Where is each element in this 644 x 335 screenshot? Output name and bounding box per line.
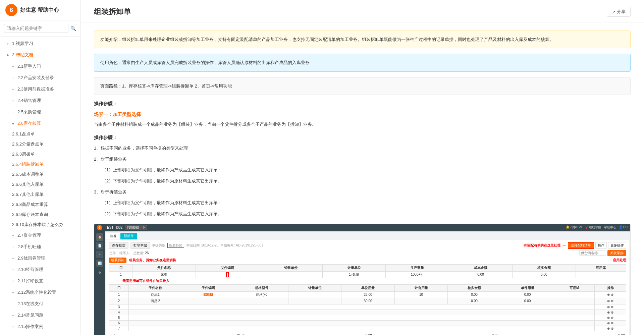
ss-help-center: 帮助中心: [604, 225, 616, 230]
sidebar-item-newbie[interactable]: ＋ 2.1新手入门: [0, 61, 80, 72]
plus-icon-pay: ＋: [11, 301, 15, 306]
ss-parent-table: ☐ 父件名称 父件编码 销售单价 计量单位 生产数量 成本金额 核实金额 可用库: [109, 264, 626, 278]
ss-th-checkbox: ☐: [109, 264, 132, 271]
sidebar-item-data-prep[interactable]: ＋ 2.3使用前数据准备: [0, 83, 80, 95]
ss-search-field[interactable]: [579, 250, 606, 256]
ss-btn-prev[interactable]: 打印单据: [130, 242, 150, 249]
arrow-icon-1: →: [562, 243, 567, 248]
sidebar-item-print[interactable]: ＋ 2.11打印设置: [0, 275, 80, 287]
step-3: 3、对于拆装业务: [94, 188, 631, 197]
screenshot-container: 6 TEST-H002 同期数据一下 🔔 AppTBal ❓ 在线客服 帮助中心…: [94, 224, 631, 335]
ss-th-parent-name: 父件名称: [132, 264, 196, 271]
ss-child-table: ☐ 子件名称 子件编码 规格型号 计量单位 单位用量 计划用量 核实金额 单件用…: [109, 284, 626, 331]
sidebar: 6 好生意 帮助中心 🔍 ＋ 1.视频学习 ● 2.帮助文档 ＋ 2.1新手入门…: [0, 0, 80, 335]
scene-heading: 场景一：加工类型选择: [94, 112, 631, 118]
plus-icon-prt: ＋: [11, 279, 15, 283]
step-2-1: （1）上部明细为父件明细，最终作为产成品生成其它入库单；: [102, 166, 631, 174]
plus-icon-ops: ＋: [11, 267, 15, 272]
sidebar-item-finance[interactable]: ＋ 2.7资金管理: [0, 230, 80, 241]
ss-topbar-btn: 同期数据一下: [125, 225, 147, 230]
scene-desc: 当由多个子件材料组装成一个成品的业务为【组装】业务，当由一个父件拆分成多个子产品…: [94, 120, 631, 129]
ss-th-actual-amt: 核实金额: [512, 264, 576, 271]
ss-footer-label: 合计: [110, 334, 117, 335]
content-area: 功能介绍：组装拆卸单用来处理企业组装或拆卸等加工业务，支持有固定装配清单的产品加…: [80, 22, 644, 335]
ss-btn-bom[interactable]: 选择配料清单: [568, 242, 594, 249]
ss-nav-chart: 📊: [96, 260, 103, 267]
ss-form-doctype: 单据类型: 组装拆卸: [152, 243, 184, 248]
search-input[interactable]: [4, 24, 68, 33]
ss-warehouse-label: 仓库:: [109, 251, 117, 256]
sidebar-item-cost-recalc[interactable]: 2.6.8商品成本重算: [0, 200, 80, 210]
plus-icon-install: ＋: [11, 75, 15, 80]
sidebar-item-other-out[interactable]: 2.6.7其他出库单: [0, 189, 80, 200]
sidebar-item-stocktake[interactable]: 2.6.1盘点单: [0, 129, 80, 139]
ss-btn-save[interactable]: 保存提交: [109, 242, 128, 249]
nav-section: ＋ 1.视频学习 ● 2.帮助文档 ＋ 2.1新手入门 ＋ 2.2产品安装及登录…: [0, 37, 80, 334]
table-row: 2 商品 2 30.00 0.00 0.00: [109, 298, 626, 304]
search-icon[interactable]: 🔍: [70, 26, 76, 31]
plus-icon-sales: ＋: [11, 98, 15, 103]
ss-footer: 合计 85.00 6.00 0.00 0.00: [109, 333, 626, 335]
step-1: 1、根据不同的业务，选择不同单据的类型来处理: [94, 144, 631, 153]
plus-icon-mob: ＋: [11, 244, 15, 249]
sidebar-item-purchase[interactable]: ＋ 2.5采购管理: [0, 106, 80, 118]
minus-icon-inv: ●: [11, 121, 15, 126]
sidebar-header: 6 好生意 帮助中心: [0, 0, 80, 20]
sidebar-item-online-pay[interactable]: ＋ 2.13在线支付: [0, 298, 80, 310]
sidebar-item-faq[interactable]: ＋ 2.14常见问题: [0, 310, 80, 321]
sidebar-item-coupon[interactable]: ＋ 2.9优惠券管理: [0, 253, 80, 264]
ss-tab-new[interactable]: 新邮件: [120, 233, 137, 239]
sidebar-item-sales[interactable]: ＋ 2.4销售管理: [0, 95, 80, 106]
sidebar-item-personalize[interactable]: ＋ 2.12系统个性化设置: [0, 287, 80, 298]
ss-tab-home[interactable]: 自首: [106, 233, 120, 239]
step-3-1: （1）上部明细为父件明细，最终作为原材料生成其它出库单；: [102, 199, 631, 207]
ss-footer-val4: 0.00: [619, 334, 625, 335]
plus-icon-fin: ＋: [11, 233, 15, 238]
ss-th-sale-price: 销售单价: [259, 264, 322, 271]
ss-help-icon: ❓ 在线客服: [585, 225, 601, 230]
sidebar-item-transfer[interactable]: 2.6.3调拨单: [0, 149, 80, 159]
table-row: 1 床架 1↑数量 1000+√↑ 0.00 0.00: [109, 271, 626, 278]
sidebar-item-install[interactable]: ＋ 2.2产品安装及登录: [0, 72, 80, 83]
sidebar-item-cost-adjust[interactable]: 2.6.5成本调整单: [0, 169, 80, 179]
sidebar-item-partial-stock[interactable]: 2.6.2分量盘点单: [0, 139, 80, 149]
ss-btn-extra2[interactable]: 更多操作: [608, 242, 626, 249]
sidebar-item-assembly[interactable]: 2.6.4组装拆卸单: [0, 159, 80, 169]
share-icon: ↗: [612, 9, 615, 14]
info-block-path: 页面路径：1、库存核算->库存管理->组装拆卸单 2、首页->常用功能: [94, 77, 631, 95]
plus-icon-faq: ＋: [11, 313, 15, 318]
ss-child-tag: 标准A: [204, 293, 213, 296]
sidebar-item-mobile[interactable]: ＋ 2.8手机旺铺: [0, 241, 80, 253]
table-row: 4 ⊕ ⊗: [109, 310, 626, 315]
sidebar-item-ops[interactable]: ＋ 2.10经营管理: [0, 264, 80, 275]
ss-logo: 6: [97, 225, 102, 230]
share-button[interactable]: ↗ 分享: [607, 7, 631, 17]
table-row: 3 ⊕ ⊗: [109, 304, 626, 310]
step-2: 2、对于组装业务: [94, 155, 631, 164]
ss-btn-extra1[interactable]: 操作: [595, 242, 607, 249]
step-2-details: （1）上部明细为父件明细，最终作为产成品生成其它入库单； （2）下部明细为子件明…: [94, 166, 631, 185]
plus-icon-per: ＋: [11, 290, 15, 295]
table-row: 6 ⊕ ⊗: [109, 320, 626, 326]
sidebar-item-cases[interactable]: ＋ 2.15操作案例: [0, 321, 80, 332]
ss-nav-doc: 📄: [96, 242, 103, 249]
brand-name: 好生意 帮助中心: [20, 7, 59, 14]
page-title: 组装拆卸单: [94, 7, 131, 17]
sidebar-item-docs[interactable]: ● 2.帮助文档: [0, 49, 80, 61]
step-3-details: （1）上部明细为父件明细，最终作为原材料生成其它出库单； （2）下部明细为子件明…: [94, 199, 631, 218]
info-block-intro: 功能介绍：组装拆卸单用来处理企业组装或拆卸等加工业务，支持有固定装配清单的产品加…: [94, 31, 631, 48]
ss-footer-val3: 0.00: [492, 334, 498, 335]
ss-app-icon: 🔔 AppTBal: [566, 225, 582, 230]
ss-th-cost-amt: 成本金额: [449, 264, 513, 271]
ss-user: 👤 CC: [619, 225, 628, 230]
sidebar-item-other-in[interactable]: 2.6.6其他入库单: [0, 179, 80, 189]
sidebar-item-stock-fix[interactable]: 2.6.10库存账本错了怎么办: [0, 220, 80, 230]
logo-icon: 6: [5, 4, 17, 16]
plus-icon-purchase: ＋: [11, 110, 15, 114]
search-box: 🔍: [0, 20, 80, 37]
annotation-manual: 无固定清单可在组件在这里录入: [109, 279, 626, 283]
ss-btn-search[interactable]: 关联采购: [607, 250, 626, 256]
sidebar-item-inventory[interactable]: ● 2.6库存核算: [0, 118, 80, 129]
sidebar-item-stock-query[interactable]: 2.6.9库存账本查询: [0, 210, 80, 220]
sidebar-item-video[interactable]: ＋ 1.视频学习: [0, 38, 80, 49]
